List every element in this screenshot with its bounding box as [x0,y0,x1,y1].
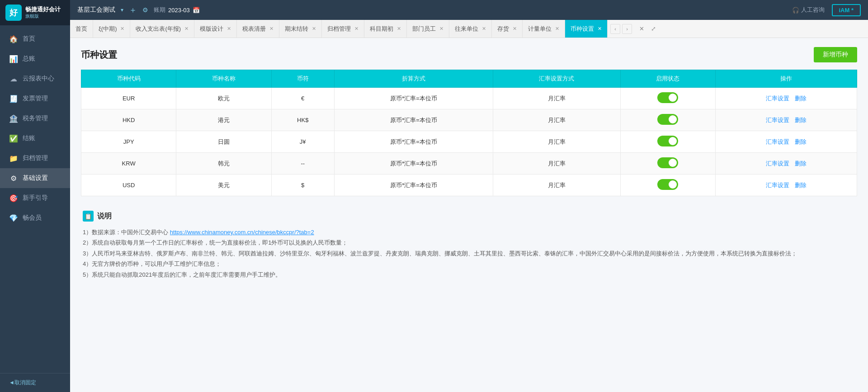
top-bar: 基层工会测试 ▾ ＋ ⚙ 账期 2023-03 📅 🎧 人工咨询 iAM * [70,0,868,20]
toggle-enabled[interactable] [657,114,678,125]
project-dropdown-icon[interactable]: ▾ [121,7,123,13]
tab-dept[interactable]: 部门员工 ✕ [407,20,449,38]
tab-close-icon[interactable]: ✕ [354,26,359,32]
sidebar-item-tax[interactable]: 🏦 税务管理 [0,109,70,128]
sidebar-item-home[interactable]: 🏠 首页 [0,29,70,49]
toggle-enabled[interactable] [657,157,678,168]
cell-status [620,88,715,109]
rate-setting-link[interactable]: 汇率设置 [766,182,789,189]
sidebar-item-label: 发票管理 [23,94,48,103]
notes-item: 5）系统只能自动抓取2021年度后的汇率，之前年度汇率需要用户手工维护。 [83,269,855,280]
cell-name: 日圆 [176,131,271,153]
tab-close-icon[interactable]: ✕ [269,26,274,32]
page-title: 币种设置 [81,49,117,61]
calendar-icon[interactable]: 📅 [193,7,200,14]
cell-code: JPY [81,131,176,153]
delete-link[interactable]: 删除 [795,182,807,189]
tab-subjects[interactable]: 科目期初 ✕ [364,20,407,38]
cell-name: 港元 [176,109,271,131]
cell-rate-type: 月汇率 [493,175,620,196]
tab-label: 计量单位 [528,25,552,33]
sidebar-item-checkout[interactable]: ✅ 结账 [0,128,70,148]
rate-setting-link[interactable]: 汇率设置 [766,160,789,167]
tab-close-icon[interactable]: ✕ [120,26,124,32]
toggle-enabled[interactable] [657,179,678,190]
rate-setting-link[interactable]: 汇率设置 [766,95,789,102]
top-bar-right: 🎧 人工咨询 iAM * [792,4,861,16]
tab-archive[interactable]: 归档管理 ✕ [322,20,364,38]
sidebar-item-label: 新手引导 [23,194,48,202]
sidebar-item-archive[interactable]: 📁 归档管理 [0,148,70,168]
logo-text-block: 畅捷通好会计 旗舰版 [25,6,61,19]
tab-close-all-button[interactable]: ✕ [637,24,646,34]
cell-rate-type: 月汇率 [493,109,620,131]
cell-name: 韩元 [176,153,271,175]
delete-link[interactable]: 删除 [795,117,807,123]
tab-inventory[interactable]: 存货 ✕ [492,20,523,38]
delete-link[interactable]: 删除 [795,138,807,145]
sidebar-item-settings[interactable]: ⚙ 基础设置 [0,168,70,188]
logo-subtitle: 旗舰版 [25,13,61,19]
tab-close-icon[interactable]: ✕ [482,26,486,32]
tab-period-end[interactable]: 期末结转 ✕ [279,20,322,38]
tab-partner[interactable]: 往来单位 ✕ [449,20,492,38]
cell-actions: 汇率设置 删除 [715,153,857,175]
rate-setting-link[interactable]: 汇率设置 [766,138,789,145]
delete-link[interactable]: 删除 [795,160,807,167]
sidebar-item-ledger[interactable]: 📊 总账 [0,49,70,69]
sidebar-item-reports[interactable]: ☁ 云报表中心 [0,69,70,89]
customer-service-button[interactable]: 🎧 人工咨询 [792,6,825,14]
tab-close-icon[interactable]: ✕ [555,26,559,32]
delete-link[interactable]: 删除 [795,95,807,102]
iamstar-button[interactable]: iAM * [832,4,861,16]
period-text: 账期 [154,6,165,14]
sidebar-item-invoice[interactable]: 🧾 发票管理 [0,89,70,109]
sidebar-item-label: 云报表中心 [23,75,54,83]
sidebar-item-label: 归档管理 [23,154,48,162]
tab-close-icon[interactable]: ✕ [598,26,602,32]
sidebar-item-label: 结账 [23,134,35,142]
tab-tax[interactable]: 税表清册 ✕ [237,20,279,38]
notes-item: 3）人民币对马来亚林吉特、俄罗斯卢布、南非兰特、韩元、阿联酋迪拉姆、沙特里亚尔、… [83,248,855,259]
add-project-button[interactable]: ＋ [129,5,137,15]
tab-template[interactable]: 模版设计 ✕ [194,20,237,38]
notes-icon: 📋 [83,211,94,222]
toggle-enabled[interactable] [657,136,678,146]
tab-next-arrow[interactable]: › [622,24,632,34]
tab-close-icon[interactable]: ✕ [397,26,401,32]
chinamoney-link[interactable]: https://www.chinamoney.com.cn/chinese/bk… [170,229,314,236]
tab-prev-arrow[interactable]: ‹ [610,24,620,34]
tab-home[interactable]: 首页 [70,20,93,38]
notes-item: 2）系统自动获取每月第一个工作日的汇率标价，统一为直接标价法，即1外币可以兑换的… [83,237,855,248]
rate-setting-link[interactable]: 汇率设置 [766,117,789,123]
cell-calc: 原币*汇率=本位币 [334,175,493,196]
sidebar-footer-collapse[interactable]: ◄取消固定 [0,373,70,392]
project-settings-icon[interactable]: ⚙ [142,6,148,14]
tab-close-icon[interactable]: ✕ [227,26,231,32]
tab-unit[interactable]: 计量单位 ✕ [523,20,565,38]
tab-period[interactable]: ξ(中期) ✕ [93,20,130,38]
sidebar-item-vip[interactable]: 💎 畅会员 [0,208,70,228]
sidebar-nav: 🏠 首页 📊 总账 ☁ 云报表中心 🧾 发票管理 🏦 税务管理 ✅ 结账 📁 归… [0,25,70,373]
checkout-icon: ✅ [9,134,18,143]
logo-title: 畅捷通好会计 [25,6,61,13]
tab-close-icon[interactable]: ✕ [312,26,316,32]
tab-close-icon[interactable]: ✕ [439,26,443,32]
archive-icon: 📁 [9,154,18,163]
invoice-icon: 🧾 [9,94,18,103]
tab-close-icon[interactable]: ✕ [513,26,517,32]
toggle-enabled[interactable] [657,92,678,103]
notes-title: 📋 说明 [83,211,855,222]
sidebar-item-guide[interactable]: 🎯 新手引导 [0,188,70,208]
tab-expand-button[interactable]: ⤢ [648,24,658,34]
tab-income[interactable]: 收入支出表(年报) ✕ [130,20,194,38]
cell-status [620,109,715,131]
tab-close-icon[interactable]: ✕ [184,26,189,32]
tab-label: 部门员工 [412,25,436,33]
currency-table: 币种代码 币种名称 币符 折算方式 汇率设置方式 启用状态 操作 EUR 欧元 … [81,70,857,196]
collapse-label: ◄取消固定 [9,379,36,387]
headset-icon: 🎧 [792,7,799,14]
new-currency-button[interactable]: 新增币种 [814,47,857,62]
cell-name: 欧元 [176,88,271,109]
tab-currency[interactable]: 币种设置 ✕ [565,20,608,38]
